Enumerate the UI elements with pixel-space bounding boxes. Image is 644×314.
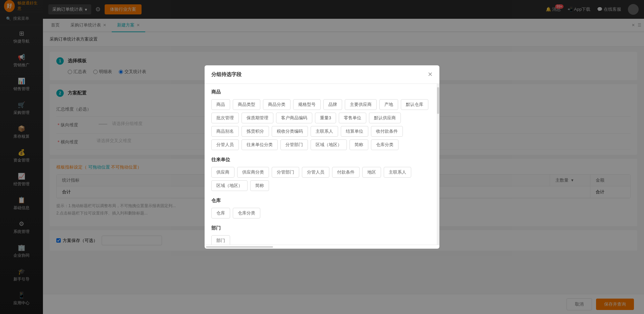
chip-partner-4[interactable]: 付款条件 bbox=[332, 167, 360, 178]
field-group-warehouse: 仓库 仓库 仓库分类 bbox=[211, 198, 430, 218]
chip-partner-5[interactable]: 地区 bbox=[362, 167, 381, 178]
modal-vscroll-thumb[interactable] bbox=[437, 87, 439, 114]
hscroll-bar[interactable] bbox=[206, 246, 273, 248]
chip-goods-6[interactable]: 产地 bbox=[379, 99, 398, 110]
modal-vscroll-track[interactable] bbox=[437, 84, 439, 245]
chip-goods-19[interactable]: 收付款条件 bbox=[371, 126, 403, 137]
chip-goods-11[interactable]: 重量3 bbox=[315, 113, 336, 123]
modal-title: 分组待选字段 bbox=[211, 71, 241, 78]
chip-goods-10[interactable]: 客户商品编码 bbox=[276, 113, 312, 123]
chip-partner-0[interactable]: 供应商 bbox=[211, 167, 234, 178]
chip-goods-7[interactable]: 默认仓库 bbox=[401, 99, 428, 110]
chip-partner-8[interactable]: 简称 bbox=[250, 180, 269, 191]
chip-partner-3[interactable]: 分管人员 bbox=[302, 167, 329, 178]
goods-chips: 商品 商品类型 商品分类 规格型号 品牌 主要供应商 产地 默认仓库 批次管理 … bbox=[211, 99, 430, 150]
chip-dept-0[interactable]: 部门 bbox=[211, 235, 230, 245]
chip-goods-25[interactable]: 仓库分类 bbox=[371, 139, 398, 150]
chip-goods-0[interactable]: 商品 bbox=[211, 99, 230, 110]
chip-partner-1[interactable]: 供应商分类 bbox=[237, 167, 269, 178]
chip-goods-12[interactable]: 零售单位 bbox=[339, 113, 366, 123]
chip-goods-2[interactable]: 商品分类 bbox=[263, 99, 290, 110]
field-group-department: 部门 部门 bbox=[211, 225, 430, 245]
modal: 分组待选字段 ✕ 商品 商品 商品类型 商品分类 规格型号 品牌 主要供应商 产… bbox=[205, 65, 439, 249]
chip-goods-20[interactable]: 分管人员 bbox=[211, 139, 239, 150]
chip-warehouse-0[interactable]: 仓库 bbox=[211, 208, 230, 218]
modal-overlay: 分组待选字段 ✕ 商品 商品 商品类型 商品分类 规格型号 品牌 主要供应商 产… bbox=[0, 0, 644, 314]
chip-goods-5[interactable]: 主要供应商 bbox=[345, 99, 377, 110]
chip-goods-18[interactable]: 结算单位 bbox=[341, 126, 368, 137]
chip-goods-3[interactable]: 规格型号 bbox=[293, 99, 321, 110]
field-group-goods: 商品 商品 商品类型 商品分类 规格型号 品牌 主要供应商 产地 默认仓库 批次… bbox=[211, 89, 430, 150]
chip-warehouse-1[interactable]: 仓库分类 bbox=[233, 208, 260, 218]
chip-goods-9[interactable]: 保质期管理 bbox=[241, 113, 273, 123]
modal-header: 分组待选字段 ✕ bbox=[205, 65, 439, 84]
warehouse-chips: 仓库 仓库分类 bbox=[211, 208, 430, 218]
field-group-partner: 往来单位 供应商 供应商分类 分管部门 分管人员 付款条件 地区 主联系人 区域… bbox=[211, 157, 430, 191]
chip-goods-14[interactable]: 商品别名 bbox=[211, 126, 239, 137]
department-chips: 部门 bbox=[211, 235, 430, 245]
modal-hscroll[interactable] bbox=[205, 245, 439, 249]
chip-partner-7[interactable]: 区域（地区） bbox=[211, 180, 248, 191]
chip-goods-15[interactable]: 拣货积分 bbox=[241, 126, 269, 137]
chip-goods-21[interactable]: 往来单位分类 bbox=[241, 139, 278, 150]
chip-goods-17[interactable]: 主联系人 bbox=[311, 126, 338, 137]
chip-partner-2[interactable]: 分管部门 bbox=[272, 167, 299, 178]
field-group-partner-title: 往来单位 bbox=[211, 157, 430, 163]
chip-goods-24[interactable]: 简称 bbox=[350, 139, 368, 150]
chip-goods-22[interactable]: 分管部门 bbox=[280, 139, 308, 150]
partner-chips: 供应商 供应商分类 分管部门 分管人员 付款条件 地区 主联系人 区域（地区） … bbox=[211, 167, 430, 191]
chip-goods-1[interactable]: 商品类型 bbox=[233, 99, 260, 110]
modal-close-button[interactable]: ✕ bbox=[428, 71, 433, 78]
modal-content-area: 商品 商品 商品类型 商品分类 规格型号 品牌 主要供应商 产地 默认仓库 批次… bbox=[205, 84, 437, 245]
field-group-warehouse-title: 仓库 bbox=[211, 198, 430, 204]
field-group-goods-title: 商品 bbox=[211, 89, 430, 95]
field-group-department-title: 部门 bbox=[211, 225, 430, 231]
chip-goods-8[interactable]: 批次管理 bbox=[211, 113, 239, 123]
chip-goods-23[interactable]: 区域（地区） bbox=[311, 139, 347, 150]
chip-goods-16[interactable]: 税收分类编码 bbox=[272, 126, 308, 137]
chip-goods-4[interactable]: 品牌 bbox=[323, 99, 342, 110]
chip-partner-6[interactable]: 主联系人 bbox=[384, 167, 411, 178]
chip-goods-13[interactable]: 默认供应商 bbox=[369, 113, 401, 123]
